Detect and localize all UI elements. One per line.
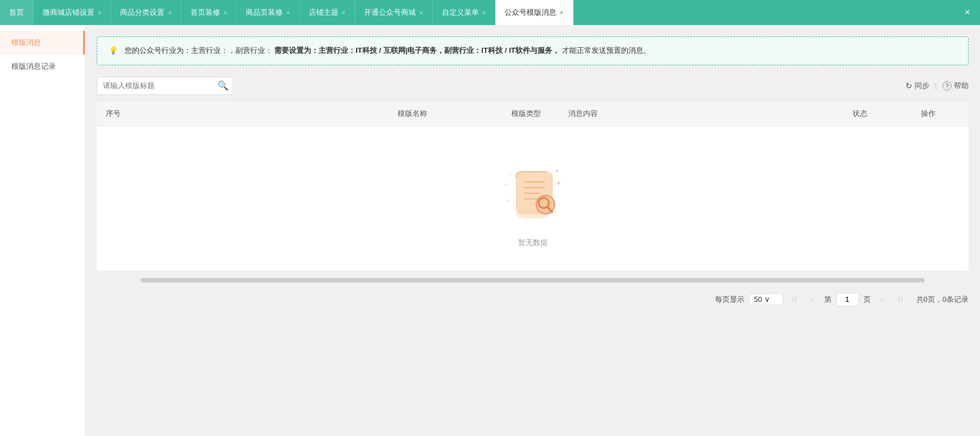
sidebar-item-template-msg-record[interactable]: 模版消息记录 bbox=[0, 55, 85, 78]
nav-tab-custom-menu[interactable]: 自定义菜单 × bbox=[433, 0, 495, 25]
main-layout: 模版消息 模版消息记录 💡 您的公众号行业为：主营行业：，副营行业： 需要设置为… bbox=[0, 25, 980, 436]
main-content: 💡 您的公众号行业为：主营行业：，副营行业： 需要设置为：主营行业：IT科技 /… bbox=[85, 25, 980, 436]
help-label: 帮助 bbox=[954, 81, 969, 91]
empty-state-cell: ✦ ✦ 暂无数据 bbox=[97, 126, 969, 271]
sync-label: 同步 bbox=[915, 81, 929, 91]
svg-point-10 bbox=[506, 199, 508, 201]
close-icon[interactable]: × bbox=[560, 9, 563, 16]
sidebar-item-template-msg-record-label: 模版消息记录 bbox=[11, 62, 56, 70]
page-size-value: 50 bbox=[754, 295, 762, 304]
col-type: 模版类型 bbox=[502, 102, 559, 126]
search-input-wrap: 🔍 bbox=[97, 77, 233, 95]
search-left: 🔍 bbox=[97, 77, 233, 95]
next-page-button[interactable]: ＞ bbox=[875, 293, 889, 306]
col-action: 操作 bbox=[912, 102, 969, 126]
divider: | bbox=[935, 81, 937, 90]
horizontal-scrollbar[interactable] bbox=[97, 278, 969, 283]
nav-tab-shop-settings[interactable]: 微商城店铺设置 × bbox=[34, 0, 111, 25]
col-seq: 序号 bbox=[97, 102, 388, 126]
refresh-icon: ↻ bbox=[905, 81, 912, 90]
last-page-button[interactable]: ⟩⟩ bbox=[894, 293, 907, 306]
pagination: 每页显示 50 ∨ ⟨⟨ ＜ 第 页 ＞ ⟩⟩ 共0页，0条记录 bbox=[97, 290, 969, 311]
col-content: 消息内容 bbox=[559, 102, 843, 126]
page-size-label: 每页显示 bbox=[715, 294, 745, 305]
search-right: ↻ 同步 | ? 帮助 bbox=[905, 81, 969, 91]
table-header: 序号 模版名称 模版类型 消息内容 状态 操作 bbox=[97, 102, 969, 126]
table-wrap: 序号 模版名称 模版类型 消息内容 状态 操作 bbox=[97, 102, 969, 271]
search-icon: 🔍 bbox=[217, 81, 229, 90]
close-icon[interactable]: × bbox=[224, 9, 227, 16]
close-icon[interactable]: × bbox=[286, 9, 290, 16]
nav-tab-category-settings-label: 商品分类设置 bbox=[120, 7, 164, 18]
bulb-icon: 💡 bbox=[109, 46, 118, 55]
current-page-input[interactable] bbox=[836, 293, 859, 306]
svg-text:✦: ✦ bbox=[503, 182, 507, 187]
data-table: 序号 模版名称 模版类型 消息内容 状态 操作 bbox=[97, 102, 969, 271]
search-input[interactable] bbox=[97, 77, 233, 95]
sidebar-item-template-msg[interactable]: 模版消息 bbox=[0, 31, 85, 55]
nav-tab-template-msg[interactable]: 公众号模版消息 × bbox=[495, 0, 573, 25]
info-prefix: 您的公众号行业为：主营行业：，副营行业： bbox=[125, 46, 272, 55]
close-icon[interactable]: × bbox=[482, 9, 486, 16]
close-all-tabs-button[interactable]: × bbox=[955, 0, 980, 25]
help-button[interactable]: ? 帮助 bbox=[942, 81, 969, 91]
chevron-down-icon: ∨ bbox=[764, 295, 770, 304]
page-size-select[interactable]: 50 ∨ bbox=[749, 293, 783, 305]
close-icon[interactable]: × bbox=[419, 9, 423, 16]
prev-page-button[interactable]: ＜ bbox=[806, 293, 820, 306]
info-suffix: 才能正常发送预置的消息。 bbox=[562, 46, 651, 55]
sidebar-item-template-msg-label: 模版消息 bbox=[11, 38, 41, 47]
scrollbar-thumb[interactable] bbox=[140, 278, 925, 283]
nav-tab-shop-theme-label: 店铺主题 bbox=[309, 7, 338, 18]
nav-tab-open-mall[interactable]: 开通公众号商城 × bbox=[355, 0, 432, 25]
svg-text:✦: ✦ bbox=[555, 168, 559, 174]
empty-icon: ✦ ✦ bbox=[499, 160, 567, 229]
nav-tab-template-msg-label: 公众号模版消息 bbox=[505, 7, 556, 18]
empty-text: 暂无数据 bbox=[518, 238, 548, 248]
nav-tab-category-settings[interactable]: 商品分类设置 × bbox=[111, 0, 181, 25]
table-body: ✦ ✦ 暂无数据 bbox=[97, 126, 969, 271]
sidebar: 模版消息 模版消息记录 bbox=[0, 25, 85, 436]
nav-tab-home-label: 首页 bbox=[9, 7, 24, 18]
svg-point-8 bbox=[509, 173, 511, 176]
total-text: 共0页，0条记录 bbox=[916, 294, 969, 305]
search-bar: 🔍 ↻ 同步 | ? 帮助 bbox=[97, 77, 969, 95]
page-unit: 页 bbox=[863, 294, 871, 305]
nav-tab-open-mall-label: 开通公众号商城 bbox=[364, 7, 416, 18]
close-icon[interactable]: × bbox=[342, 9, 345, 16]
sync-button[interactable]: ↻ 同步 bbox=[905, 81, 929, 91]
nav-tab-shop-theme[interactable]: 店铺主题 × bbox=[300, 0, 355, 25]
info-highlight: 需要设置为：主营行业：IT科技 / 互联网|电子商务，副营行业：IT科技 / I… bbox=[274, 46, 560, 55]
nav-tab-shop-settings-label: 微商城店铺设置 bbox=[43, 7, 94, 18]
first-page-button[interactable]: ⟨⟨ bbox=[788, 293, 801, 306]
info-banner: 💡 您的公众号行业为：主营行业：，副营行业： 需要设置为：主营行业：IT科技 /… bbox=[97, 36, 969, 65]
svg-point-9 bbox=[557, 181, 560, 185]
col-name: 模版名称 bbox=[388, 102, 502, 126]
close-icon[interactable]: × bbox=[168, 9, 171, 16]
empty-state: ✦ ✦ 暂无数据 bbox=[97, 126, 969, 271]
search-button[interactable]: 🔍 bbox=[217, 80, 229, 91]
page-word: 第 bbox=[824, 294, 832, 305]
close-icon[interactable]: × bbox=[98, 9, 101, 16]
col-status: 状态 bbox=[843, 102, 912, 126]
help-icon: ? bbox=[942, 81, 952, 90]
top-nav: 首页 微商城店铺设置 × 商品分类设置 × 首页装修 × 商品页装修 × 店铺主… bbox=[0, 0, 980, 25]
nav-tab-product-decor-label: 商品页装修 bbox=[246, 7, 283, 18]
nav-tab-product-decor[interactable]: 商品页装修 × bbox=[237, 0, 299, 25]
nav-tab-home-decor[interactable]: 首页装修 × bbox=[181, 0, 237, 25]
nav-tab-home[interactable]: 首页 bbox=[0, 0, 34, 25]
nav-tab-custom-menu-label: 自定义菜单 bbox=[442, 7, 479, 18]
nav-tab-home-decor-label: 首页装修 bbox=[191, 7, 220, 18]
